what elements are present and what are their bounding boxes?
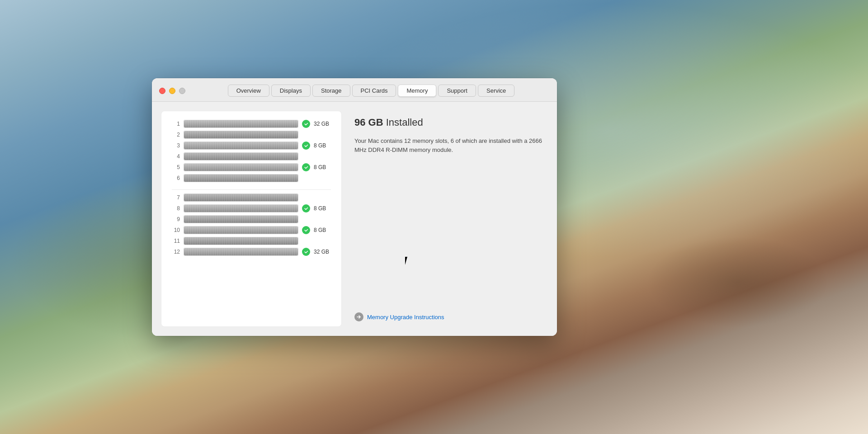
slot-bar-fill — [184, 237, 298, 245]
titlebar: Overview Displays Storage PCI Cards Memo… — [152, 78, 557, 102]
memory-upgrade-label: Memory Upgrade Instructions — [367, 314, 444, 321]
slot-size-label: 8 GB — [314, 205, 331, 212]
memory-installed-title: 96 GB Installed — [354, 116, 544, 129]
tab-memory[interactable]: Memory — [398, 85, 436, 97]
slot-bar-fill — [184, 226, 298, 234]
slot-size-label: 8 GB — [314, 227, 331, 233]
slot-bar-stripes — [184, 131, 298, 138]
slots-panel: 132 GB238 GB458 GB6 788 GB9108 GB111232 … — [161, 111, 342, 327]
slot-bar-container — [184, 226, 298, 234]
slot-number: 3 — [172, 142, 180, 149]
slot-checkmark-icon — [302, 248, 310, 256]
slot-bar-container — [184, 120, 298, 128]
slot-size-label: 8 GB — [314, 142, 331, 149]
slot-checkmark-icon — [302, 226, 310, 234]
slot-bar-container — [184, 152, 298, 160]
slot-number: 12 — [172, 249, 180, 255]
slot-number: 10 — [172, 227, 180, 233]
slot-row-11: 11 — [172, 237, 331, 245]
slot-row-10: 108 GB — [172, 226, 331, 234]
tab-storage[interactable]: Storage — [312, 85, 350, 97]
slot-bar-fill — [184, 142, 298, 149]
minimize-button[interactable] — [169, 88, 175, 94]
tab-pci-cards[interactable]: PCI Cards — [352, 85, 396, 97]
slot-number: 5 — [172, 164, 180, 170]
tab-displays[interactable]: Displays — [271, 85, 311, 97]
slot-bar-stripes — [184, 194, 298, 201]
slot-bar-container — [184, 204, 298, 212]
slot-checkmark-icon — [302, 163, 310, 171]
slot-bar-fill — [184, 194, 298, 201]
slot-bar-container — [184, 215, 298, 223]
slot-bar-stripes — [184, 226, 298, 234]
slot-bar-stripes — [184, 216, 298, 223]
slot-bar-fill — [184, 216, 298, 223]
memory-link-arrow-icon — [354, 312, 363, 321]
slot-number: 9 — [172, 216, 180, 222]
slot-bar-container — [184, 174, 298, 182]
slot-size-label: 32 GB — [314, 121, 331, 127]
slot-bar-stripes — [184, 205, 298, 212]
slot-number: 6 — [172, 175, 180, 181]
slot-bar-stripes — [184, 153, 298, 160]
slot-bar-stripes — [184, 237, 298, 245]
maximize-button[interactable] — [179, 88, 185, 94]
slot-bar-fill — [184, 164, 298, 171]
slot-bar-fill — [184, 131, 298, 138]
traffic-lights — [159, 88, 185, 94]
system-information-window: Overview Displays Storage PCI Cards Memo… — [152, 78, 557, 336]
slot-bar-stripes — [184, 248, 298, 255]
slot-number: 4 — [172, 153, 180, 160]
slot-row-8: 88 GB — [172, 204, 331, 212]
tab-service[interactable]: Service — [478, 85, 514, 97]
slot-row-6: 6 — [172, 174, 331, 182]
info-panel: 96 GB Installed Your Mac contains 12 mem… — [351, 111, 548, 327]
slot-row-1: 132 GB — [172, 120, 331, 128]
memory-description: Your Mac contains 12 memory slots, 6 of … — [354, 137, 544, 156]
slot-bar-stripes — [184, 142, 298, 149]
slot-bar-container — [184, 131, 298, 139]
slot-bar-stripes — [184, 164, 298, 171]
slot-bar-fill — [184, 153, 298, 160]
slot-row-7: 7 — [172, 193, 331, 202]
slot-row-12: 1232 GB — [172, 248, 331, 256]
slot-bar-container — [184, 248, 298, 256]
slot-bar-fill — [184, 175, 298, 182]
memory-installed-label: Installed — [386, 117, 423, 128]
slot-bar-container — [184, 193, 298, 202]
slot-bar-fill — [184, 205, 298, 212]
slot-bar-fill — [184, 120, 298, 127]
slot-row-2: 2 — [172, 131, 331, 139]
memory-amount: 96 GB — [354, 117, 383, 128]
content-area: 132 GB238 GB458 GB6 788 GB9108 GB111232 … — [152, 102, 557, 336]
slot-row-5: 58 GB — [172, 163, 331, 171]
slot-size-label: 8 GB — [314, 164, 331, 170]
slot-row-3: 38 GB — [172, 142, 331, 150]
slot-number: 11 — [172, 238, 180, 244]
slot-checkmark-icon — [302, 204, 310, 212]
slot-bar-container — [184, 237, 298, 245]
slot-checkmark-icon — [302, 120, 310, 128]
slot-bar-container — [184, 142, 298, 150]
slot-number: 2 — [172, 132, 180, 138]
slot-number: 1 — [172, 121, 180, 127]
slot-checkmark-icon — [302, 142, 310, 150]
slot-row-9: 9 — [172, 215, 331, 223]
tab-overview[interactable]: Overview — [228, 85, 269, 97]
slot-row-4: 4 — [172, 152, 331, 160]
slot-bar-fill — [184, 248, 298, 255]
slot-group-2: 788 GB9108 GB111232 GB — [172, 189, 331, 256]
slot-bar-container — [184, 163, 298, 171]
tab-bar: Overview Displays Storage PCI Cards Memo… — [193, 85, 550, 97]
slot-number: 8 — [172, 205, 180, 212]
memory-upgrade-link[interactable]: Memory Upgrade Instructions — [354, 303, 544, 321]
slot-bar-stripes — [184, 175, 298, 182]
close-button[interactable] — [159, 88, 165, 94]
slot-bar-stripes — [184, 120, 298, 127]
slot-group-1: 132 GB238 GB458 GB6 — [172, 120, 331, 182]
slot-number: 7 — [172, 194, 180, 201]
slot-size-label: 32 GB — [314, 249, 331, 255]
tab-support[interactable]: Support — [438, 85, 476, 97]
